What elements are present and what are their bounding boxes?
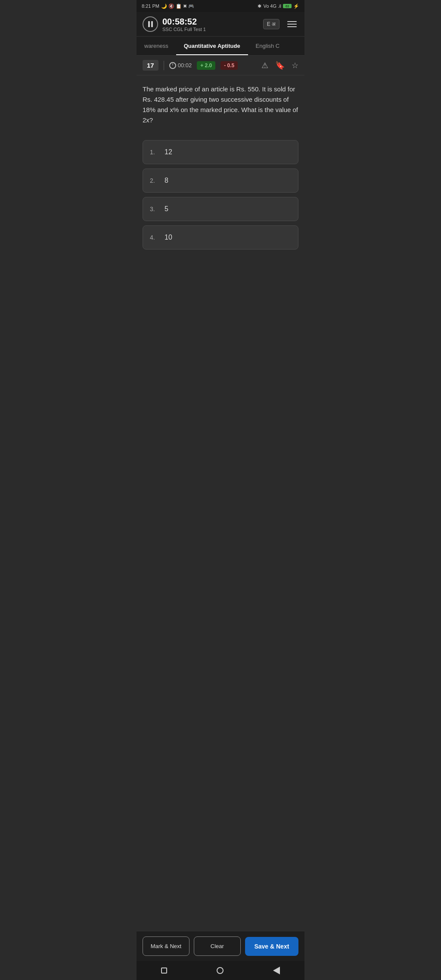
option-2-value: 8 [165, 177, 168, 184]
pause-button[interactable] [143, 16, 158, 32]
option-4-number: 4. [150, 234, 158, 241]
question-number: 17 [143, 60, 158, 71]
negative-score-badge: - 0.5 [220, 61, 238, 70]
option-4[interactable]: 4. 10 [143, 225, 298, 250]
time-elapsed-value: 00:02 [178, 62, 192, 69]
app-header: 00:58:52 SSC CGL Full Test 1 E अ [137, 12, 304, 37]
tabs-container: wareness Quantitative Aptitude English C [137, 37, 304, 56]
header-right: E अ [263, 19, 298, 29]
language-toggle-button[interactable]: E अ [263, 19, 280, 29]
pause-icon [148, 21, 153, 27]
signal-icons: Vo 4G .il [263, 3, 281, 9]
clock-icon [169, 62, 176, 69]
option-1-number: 1. [150, 149, 158, 156]
bookmark-icon[interactable]: 🔖 [275, 61, 285, 70]
star-icon[interactable]: ☆ [292, 61, 298, 70]
hamburger-bar-3 [287, 26, 297, 27]
tab-awareness[interactable]: wareness [137, 37, 176, 55]
tab-english[interactable]: English C [248, 37, 288, 55]
options-list: 1. 12 2. 8 3. 5 4. 10 [137, 140, 304, 250]
meta-divider [164, 61, 164, 70]
option-2-number: 2. [150, 177, 158, 184]
charging-icon: ⚡ [293, 3, 299, 9]
question-text: The marked price of an article is Rs. 55… [143, 84, 298, 125]
status-bar: 8:21 PM 🌙 🔇 📋 ✖ 🎮 ✱ Vo 4G .il ⚡ [137, 0, 304, 12]
menu-button[interactable] [286, 19, 298, 29]
warning-icon[interactable]: ⚠ [261, 61, 268, 70]
meta-action-icons: ⚠ 🔖 ☆ [261, 61, 298, 70]
content-spacer [137, 250, 304, 370]
question-content: The marked price of an article is Rs. 55… [137, 75, 304, 140]
header-left: 00:58:52 SSC CGL Full Test 1 [143, 16, 206, 32]
timer-value: 00:58:52 [162, 17, 206, 27]
option-2[interactable]: 2. 8 [143, 169, 298, 193]
hamburger-bar-1 [287, 21, 297, 22]
positive-score-badge: + 2.0 [197, 61, 215, 70]
time-elapsed-badge: 00:02 [169, 62, 192, 69]
question-meta-bar: 17 00:02 + 2.0 - 0.5 ⚠ 🔖 ☆ [137, 56, 304, 75]
bluetooth-icon: ✱ [258, 3, 261, 9]
battery-icon [283, 4, 292, 8]
option-3[interactable]: 3. 5 [143, 197, 298, 221]
option-1-value: 12 [165, 148, 172, 156]
test-name: SSC CGL Full Test 1 [162, 27, 206, 32]
header-timer: 00:58:52 SSC CGL Full Test 1 [162, 17, 206, 32]
status-time: 8:21 PM [142, 3, 159, 9]
option-1[interactable]: 1. 12 [143, 140, 298, 164]
option-3-value: 5 [165, 205, 168, 213]
hamburger-bar-2 [287, 24, 297, 25]
status-icons: 🌙 🔇 📋 ✖ 🎮 [161, 3, 194, 9]
option-4-value: 10 [165, 234, 172, 241]
status-left: 8:21 PM 🌙 🔇 📋 ✖ 🎮 [142, 3, 194, 9]
status-right: ✱ Vo 4G .il ⚡ [258, 3, 299, 9]
option-3-number: 3. [150, 206, 158, 212]
tab-quantitative-aptitude[interactable]: Quantitative Aptitude [176, 37, 248, 55]
